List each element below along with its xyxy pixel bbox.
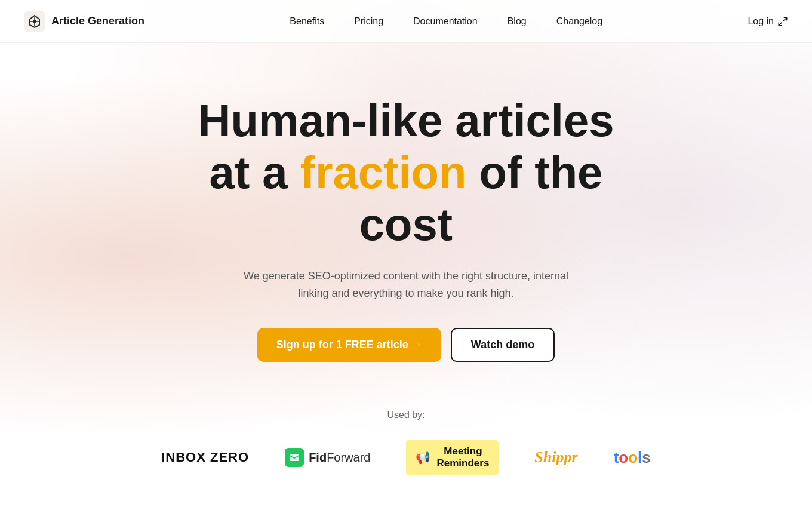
logo-fidforward: FidForward <box>285 448 370 467</box>
nav-item-benefits[interactable]: Benefits <box>290 16 324 26</box>
used-by-section: Used by: INBOX ZERO FidForward 📢 Mee <box>24 410 788 499</box>
logos-row: INBOX ZERO FidForward 📢 MeetingReminders <box>24 440 788 499</box>
hero-cta-group: Sign up for 1 FREE article → Watch demo <box>257 328 555 362</box>
nav-links: Benefits Pricing Documentation Blog Chan… <box>290 16 602 27</box>
fidforward-icon <box>285 448 304 467</box>
logo-shippr: Shippr <box>534 449 577 466</box>
hero-title: Human-like articles at a fraction of the… <box>198 94 614 251</box>
svg-point-1 <box>33 20 36 23</box>
logo-meeting-reminders: 📢 MeetingReminders <box>406 440 499 475</box>
logo-tools: tools <box>614 449 651 467</box>
nav-right: Log in <box>748 16 788 27</box>
login-arrow-icon <box>777 16 788 27</box>
logo-text: Article Generation <box>51 15 144 27</box>
hero-subtitle: We generate SEO-optimized content with t… <box>239 268 573 302</box>
used-by-label: Used by: <box>387 410 425 420</box>
navbar: Article Generation Benefits Pricing Docu… <box>0 0 812 43</box>
logo-icon <box>24 11 45 32</box>
nav-item-changelog[interactable]: Changelog <box>556 16 602 26</box>
svg-rect-2 <box>290 454 299 461</box>
logo-inbox-zero: INBOX ZERO <box>161 450 249 465</box>
nav-item-pricing[interactable]: Pricing <box>354 16 383 26</box>
meeting-icon: 📢 <box>416 450 430 465</box>
hero-section: Human-like articles at a fraction of the… <box>0 43 812 513</box>
signup-button[interactable]: Sign up for 1 FREE article → <box>257 328 441 362</box>
nav-item-documentation[interactable]: Documentation <box>413 16 478 26</box>
logo-link[interactable]: Article Generation <box>24 11 144 32</box>
watch-demo-button[interactable]: Watch demo <box>451 328 555 362</box>
login-button[interactable]: Log in <box>748 16 788 27</box>
nav-item-blog[interactable]: Blog <box>508 16 527 26</box>
